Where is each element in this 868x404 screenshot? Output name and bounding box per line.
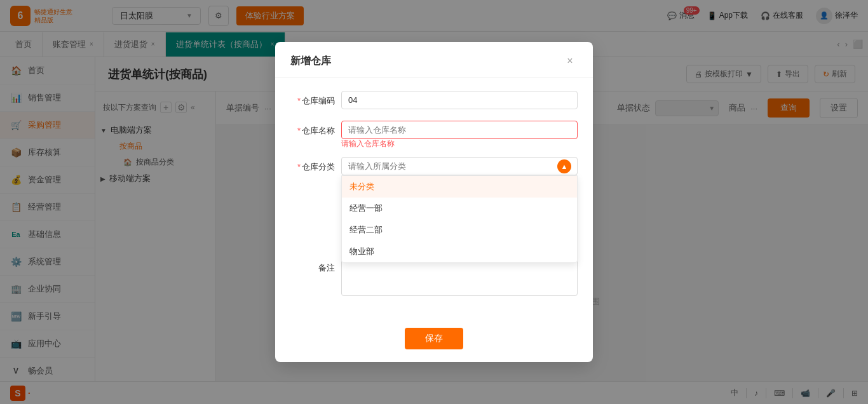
modal-footer: 保存 [275,320,593,362]
modal-body: 仓库编码 仓库名称 请输入仓库名称 仓库分类 ▲ 未分类 经营一部 经营二 [275,78,593,320]
modal-close-btn[interactable]: × [562,53,578,69]
form-row-category: 仓库分类 ▲ 未分类 经营一部 经营二部 物业部 [290,157,578,175]
dropdown-item-property[interactable]: 物业部 [342,241,577,262]
code-input[interactable] [341,91,578,109]
dropdown-item-uncategorized[interactable]: 未分类 [342,176,577,198]
category-input[interactable] [341,157,578,175]
form-row-name: 仓库名称 请输入仓库名称 [290,121,578,139]
category-dropdown-list: 未分类 经营一部 经营二部 物业部 [341,175,578,263]
dropdown-item-dept2[interactable]: 经营二部 [342,219,577,241]
modal-overlay: 新增仓库 × 仓库编码 仓库名称 请输入仓库名称 仓库分类 ▲ [0,0,868,404]
notes-input[interactable] [341,258,578,296]
modal-dialog: 新增仓库 × 仓库编码 仓库名称 请输入仓库名称 仓库分类 ▲ [275,42,593,362]
modal-header: 新增仓库 × [275,42,593,78]
name-input[interactable] [341,121,578,139]
name-error-msg: 请输入仓库名称 [341,138,395,149]
modal-title: 新增仓库 [290,55,331,68]
category-label: 仓库分类 [290,157,341,173]
notes-label: 备注 [290,258,341,274]
form-row-code: 仓库编码 [290,91,578,109]
dropdown-arrow-btn[interactable]: ▲ [557,159,571,173]
dropdown-item-dept1[interactable]: 经营一部 [342,198,577,219]
category-dropdown-wrapper: ▲ 未分类 经营一部 经营二部 物业部 [341,157,578,175]
save-btn[interactable]: 保存 [405,328,463,349]
code-label: 仓库编码 [290,91,341,107]
form-row-notes: 备注 [290,258,578,296]
name-label: 仓库名称 [290,121,341,137]
